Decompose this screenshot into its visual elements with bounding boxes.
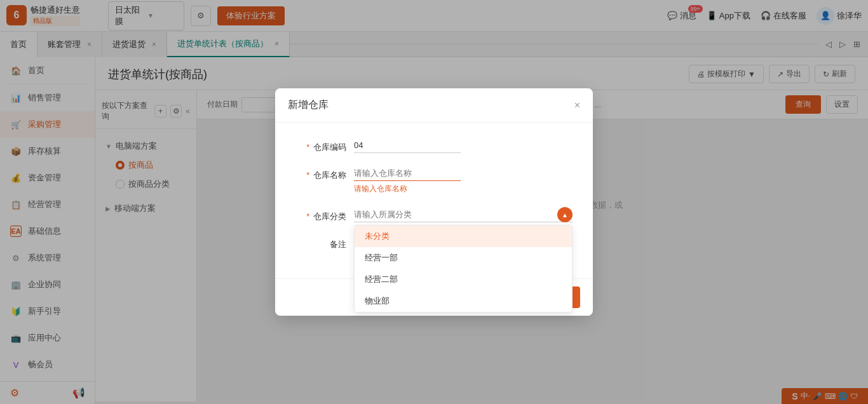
required-mark2: * xyxy=(306,170,309,180)
category-item-dept2[interactable]: 经营二部 xyxy=(355,269,572,290)
warehouse-name-error: 请输入仓库名称 xyxy=(354,184,573,194)
warehouse-category-row: * 仓库分类 ▲ 未分类 经营一部 xyxy=(295,207,573,222)
warehouse-category-input[interactable] xyxy=(354,207,573,222)
category-item-dept1[interactable]: 经营一部 xyxy=(355,247,572,269)
modal-dialog: 新增仓库 × * 仓库编码 * 仓库名称 xyxy=(275,88,593,316)
warehouse-code-control xyxy=(354,138,573,153)
modal-header: 新增仓库 × xyxy=(275,88,593,123)
warehouse-name-row: * 仓库名称 请输入仓库名称 xyxy=(295,166,573,194)
warehouse-code-row: * 仓库编码 xyxy=(295,138,573,153)
required-mark3: * xyxy=(306,212,309,221)
remark-label: 备注 xyxy=(295,235,346,250)
modal-close-button[interactable]: × xyxy=(574,100,580,111)
modal-overlay: 新增仓库 × * 仓库编码 * 仓库名称 xyxy=(0,0,868,404)
warehouse-name-input[interactable] xyxy=(354,166,461,181)
warehouse-category-control: ▲ 未分类 经营一部 经营二部 物业部 xyxy=(354,207,573,222)
modal-title: 新增仓库 xyxy=(288,98,329,112)
modal-body: * 仓库编码 * 仓库名称 请输入仓库名称 xyxy=(275,123,593,278)
dropdown-toggle-button[interactable]: ▲ xyxy=(557,207,573,222)
warehouse-name-control: 请输入仓库名称 xyxy=(354,166,573,194)
warehouse-code-input[interactable] xyxy=(354,138,461,153)
warehouse-name-label: * 仓库名称 xyxy=(295,166,346,181)
required-mark1: * xyxy=(306,142,309,152)
category-dropdown-list: 未分类 经营一部 经营二部 物业部 xyxy=(354,225,573,313)
category-item-uncategorized[interactable]: 未分类 xyxy=(355,226,572,247)
chevron-up-icon: ▲ xyxy=(562,212,568,219)
warehouse-category-label: * 仓库分类 xyxy=(295,207,346,222)
warehouse-code-label: * 仓库编码 xyxy=(295,138,346,153)
category-item-property[interactable]: 物业部 xyxy=(355,290,572,312)
